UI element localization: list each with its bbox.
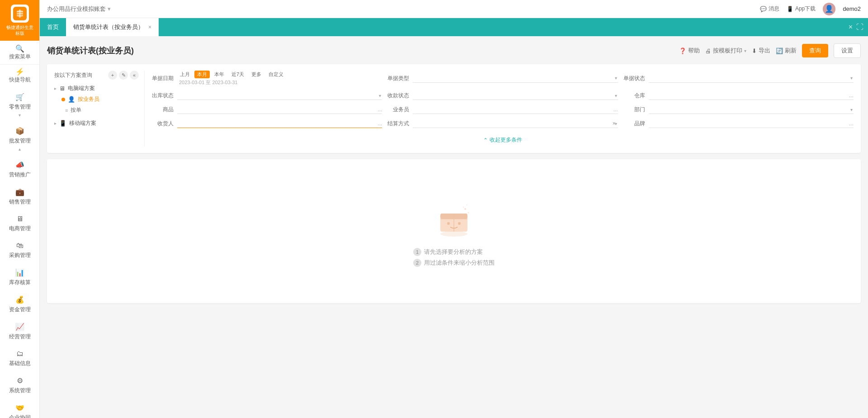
collapse-more-btn[interactable]: ⌃ 收起更多条件 xyxy=(152,133,854,147)
search-menu-btn[interactable]: 🔍 搜索菜单 xyxy=(0,41,39,65)
message-btn[interactable]: 💬 消息 xyxy=(760,5,779,13)
consignee-input[interactable] xyxy=(177,120,376,127)
print-label: 按模板打印 xyxy=(713,47,742,55)
print-btn[interactable]: 🖨 按模板打印 ▾ xyxy=(705,47,746,55)
svg-point-7 xyxy=(458,222,461,225)
date-chip-7days[interactable]: 近7天 xyxy=(229,71,247,78)
settlement-input-wrap[interactable]: × ▾ xyxy=(413,119,618,128)
warehouse-input-wrap[interactable]: ... xyxy=(649,91,854,100)
salesperson-more-icon[interactable]: ... xyxy=(613,106,618,113)
sidebar-item-enterprise-label: 企业协同 xyxy=(9,414,31,418)
sidebar-item-operations[interactable]: 📈 经营管理 xyxy=(0,318,39,345)
brand-more-icon[interactable]: ... xyxy=(849,120,854,127)
export-label: 导出 xyxy=(759,47,770,55)
sidebar-item-ecommerce[interactable]: 🖥 电商管理 xyxy=(0,210,39,237)
query-btn[interactable]: 查询 xyxy=(802,44,828,57)
edit-scheme-btn[interactable]: ✎ xyxy=(119,71,128,80)
refresh-label: 刷新 xyxy=(785,47,797,55)
settlement-clear-btn[interactable]: × xyxy=(613,120,616,127)
quick-nav-btn[interactable]: ⚡ 快捷导航 xyxy=(0,65,39,86)
refresh-btn[interactable]: 🔄 刷新 xyxy=(776,47,797,55)
filter-right-panel: 单据日期 上月 本月 本年 近7天 更多 自定义 20 xyxy=(145,71,854,147)
date-chip-this-month[interactable]: 本月 xyxy=(194,71,210,78)
username[interactable]: demo2 xyxy=(843,5,861,12)
page-actions: ❓ 帮助 🖨 按模板打印 ▾ ⬇ 导出 🔄 刷新 查询 设置 xyxy=(679,43,861,58)
sidebar-item-sales[interactable]: 💼 销售管理 xyxy=(0,183,39,210)
settlement-label: 结算方式 xyxy=(387,120,409,128)
help-label: 帮助 xyxy=(688,47,700,55)
date-chip-more[interactable]: 更多 xyxy=(249,71,264,78)
tabbar-actions: × ⛶ xyxy=(844,23,868,31)
sidebar-item-operations-label: 经营管理 xyxy=(9,333,31,341)
topbar: 办公用品行业模拟账套 ▾ 💬 消息 📱 App下载 👤 demo2 xyxy=(40,0,868,18)
svg-line-10 xyxy=(463,207,464,208)
filter-panel: 按以下方案查询 + ✎ « ▸ 🖥 电脑端方案 xyxy=(47,64,861,153)
sidebar-item-enterprise[interactable]: 🤝 企业协同 xyxy=(0,399,39,418)
settlement-input[interactable] xyxy=(413,120,610,127)
sidebar-item-basic-info[interactable]: 🗂 基础信息 xyxy=(0,345,39,372)
breadcrumb-text: 办公用品行业模拟账套 xyxy=(47,5,106,13)
warehouse-field: 仓库 ... xyxy=(623,91,854,100)
product-label: 商品 xyxy=(152,106,174,114)
product-more-icon[interactable]: ... xyxy=(377,106,382,113)
add-scheme-btn[interactable]: + xyxy=(108,71,117,80)
order-status-select-wrap[interactable]: ▾ xyxy=(649,74,854,83)
salesperson-field: 业务员 ... xyxy=(387,105,618,114)
collapse-scheme-btn[interactable]: « xyxy=(130,71,139,80)
sidebar-item-retail[interactable]: 🛒 零售管理 ▾ xyxy=(0,88,39,122)
warehouse-more-icon[interactable]: ... xyxy=(849,92,854,99)
close-tab-btn[interactable]: × xyxy=(849,23,853,31)
salesperson-label: 业务员 xyxy=(387,106,409,114)
order-status-label: 单据状态 xyxy=(623,75,645,82)
collect-status-select-wrap[interactable]: ▾ xyxy=(413,91,618,100)
scheme-header: 按以下方案查询 + ✎ « xyxy=(54,71,139,80)
sidebar-item-retail-label: 零售管理 xyxy=(9,103,31,111)
consignee-input-wrap[interactable]: ... xyxy=(177,119,382,128)
sidebar-item-wholesale[interactable]: 📦 批发管理 ▴ xyxy=(0,122,39,156)
date-chip-this-year[interactable]: 本年 xyxy=(212,71,227,78)
product-input-wrap[interactable]: ... xyxy=(177,105,382,114)
help-btn[interactable]: ❓ 帮助 xyxy=(679,47,700,55)
out-status-input[interactable] xyxy=(177,92,382,99)
order-type-input[interactable] xyxy=(413,75,618,81)
brand-input[interactable] xyxy=(649,120,847,127)
desktop-scheme-group-header[interactable]: ▸ 🖥 电脑端方案 xyxy=(54,83,139,94)
breadcrumb: 办公用品行业模拟账套 ▾ xyxy=(47,5,755,13)
empty-hints: 1 请先选择要分析的方案 2 用过滤条件来缩小分析范围 xyxy=(413,248,495,267)
out-status-select-wrap[interactable]: ▾ xyxy=(177,91,382,100)
app-download-btn[interactable]: 📱 App下载 xyxy=(787,5,816,13)
tab-home[interactable]: 首页 xyxy=(40,18,66,36)
date-chip-last-month[interactable]: 上月 xyxy=(177,71,193,78)
settings-btn[interactable]: 设置 xyxy=(834,43,861,58)
print-icon: 🖨 xyxy=(705,48,711,54)
sidebar-item-purchase[interactable]: 🛍 采购管理 xyxy=(0,237,39,264)
consignee-more-icon[interactable]: ... xyxy=(377,120,382,127)
collect-status-input[interactable] xyxy=(413,92,618,99)
product-input[interactable] xyxy=(177,106,376,113)
sidebar-item-system[interactable]: ⚙ 系统管理 xyxy=(0,372,39,399)
sidebar-item-marketing[interactable]: 📣 营销推广 xyxy=(0,156,39,183)
order-type-select-wrap[interactable]: ▾ xyxy=(413,74,618,83)
export-btn[interactable]: ⬇ 导出 xyxy=(752,47,770,55)
salesperson-input-wrap[interactable]: ... xyxy=(413,105,618,114)
maximize-tab-btn[interactable]: ⛶ xyxy=(856,23,863,31)
sidebar-item-inventory[interactable]: 📊 库存核算 xyxy=(0,264,39,291)
order-status-field: 单据状态 ▾ xyxy=(623,71,854,86)
dept-select-wrap[interactable]: ▾ xyxy=(649,105,854,114)
tab-close-icon[interactable]: × xyxy=(148,24,151,30)
mobile-scheme-group-header[interactable]: ▸ 📱 移动端方案 xyxy=(54,118,139,128)
filter-left-panel: 按以下方案查询 + ✎ « ▸ 🖥 电脑端方案 xyxy=(54,71,145,147)
message-icon: 💬 xyxy=(760,6,767,12)
svg-line-11 xyxy=(467,204,467,205)
active-scheme-item[interactable]: 👤 按业务员 xyxy=(54,94,139,105)
warehouse-input[interactable] xyxy=(649,92,847,99)
brand-input-wrap[interactable]: ... xyxy=(649,119,854,128)
sidebar-item-finance[interactable]: 💰 资金管理 xyxy=(0,291,39,318)
breadcrumb-arrow[interactable]: ▾ xyxy=(108,5,111,12)
tab-sales-stat[interactable]: 销货单统计表（按业务员） × xyxy=(66,18,159,36)
order-status-input[interactable] xyxy=(649,75,854,81)
sub-scheme-item[interactable]: ≡ 按单 xyxy=(54,105,139,115)
salesperson-input[interactable] xyxy=(413,106,611,113)
date-chip-custom[interactable]: 自定义 xyxy=(266,71,286,78)
dept-input[interactable] xyxy=(649,106,854,113)
